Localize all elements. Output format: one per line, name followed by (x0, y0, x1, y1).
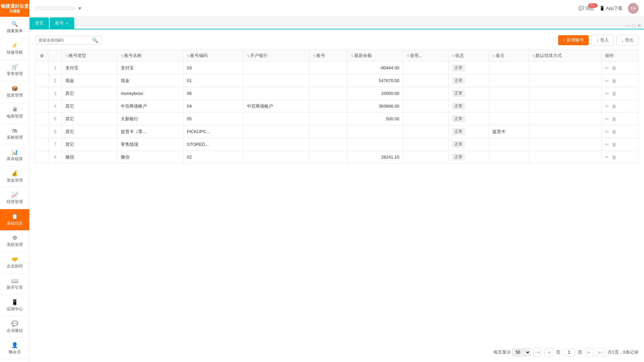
sidebar-item-inventory[interactable]: 📊 库存核算 (0, 145, 29, 166)
row-actions: ✏ 🗑 (602, 100, 639, 113)
sidebar-item-member[interactable]: 👤 畅会员 (0, 338, 29, 359)
row-usage (403, 100, 448, 113)
table-row: 6 其它 提货卡（零... PICKUPC... 正常 提货卡 ✏ 🗑 (35, 125, 639, 138)
window-close-button[interactable]: ✕ (637, 22, 641, 29)
edit-icon[interactable]: ✏ (605, 104, 609, 109)
sidebar-item-finance[interactable]: 💰 资金管理 (0, 166, 29, 188)
user-avatar[interactable]: Ea (628, 3, 639, 14)
row-name: 微信 (117, 151, 183, 164)
tab-close-icon[interactable]: ✕ (66, 21, 69, 25)
next-page-button[interactable]: ▶ (585, 348, 594, 357)
window-maximize-button[interactable]: □ (632, 23, 636, 29)
message-badge: 99+ (588, 3, 597, 8)
sidebar-item-label: 基础信息 (7, 221, 23, 226)
sidebar-item-purchase[interactable]: 🛍 采购管理 (0, 124, 29, 145)
sidebar-item-quick[interactable]: ⚡ 快捷导航 (0, 38, 29, 60)
row-type: 支付宝 (62, 62, 117, 74)
col-type[interactable]: ⇅账号类型 (62, 50, 117, 62)
first-page-button[interactable]: |◀ (533, 348, 542, 357)
row-balance: 383866.00 (347, 100, 403, 113)
col-name[interactable]: ⇅账号名称 (117, 50, 183, 62)
edit-icon[interactable]: ✏ (605, 129, 609, 134)
add-account-button[interactable]: + 新增账号 (558, 35, 589, 45)
edit-icon[interactable]: ✏ (605, 78, 609, 83)
row-balance: 500.00 (347, 113, 403, 125)
delete-icon[interactable]: 🗑 (612, 78, 616, 83)
sidebar-item-search[interactable]: 🔍 搜索菜单 (0, 17, 29, 38)
avatar-icon: Ea (631, 6, 636, 11)
row-actions: ✏ 🗑 (602, 87, 639, 100)
col-usage[interactable]: ⇅使用... (403, 50, 448, 62)
row-default-settle (529, 138, 602, 151)
sidebar-item-retail[interactable]: 🛒 零售管理 (0, 60, 29, 81)
sidebar-item-label: 快捷导航 (7, 50, 23, 55)
tab-home[interactable]: 首页 (30, 17, 49, 29)
row-status: 正常 (448, 138, 489, 151)
row-balance: 547670.00 (347, 74, 403, 87)
sidebar-item-cooperation[interactable]: 🤝 企业协同 (0, 252, 29, 274)
search-box[interactable]: 🔍 (35, 36, 102, 45)
sidebar-item-system[interactable]: ⚙ 系统管理 (0, 231, 29, 252)
row-actions: ✏ 🗑 (602, 74, 639, 87)
row-type: 现金 (62, 74, 117, 87)
row-default-settle (529, 74, 602, 87)
sidebar-item-operations[interactable]: 📈 经营管理 (0, 188, 29, 209)
col-remark[interactable]: ⇅备注 (489, 50, 529, 62)
sidebar-item-guide[interactable]: 📖 新手引导 (0, 274, 29, 295)
topbar-right: 💬 消息 99+ 📱 App下载 Ea (579, 3, 639, 14)
col-settings[interactable]: ⚙ (35, 50, 49, 62)
edit-icon[interactable]: ✏ (605, 65, 609, 71)
col-bank[interactable]: ⇅开户银行 (243, 50, 309, 62)
delete-icon[interactable]: 🗑 (612, 155, 616, 160)
delete-icon[interactable]: 🗑 (612, 129, 616, 134)
delete-icon[interactable]: 🗑 (612, 142, 616, 147)
row-num: 5 (49, 113, 62, 125)
col-account[interactable]: ⇅账号 (309, 50, 347, 62)
row-account (309, 87, 347, 100)
sidebar: 畅捷通好生意 乐惠版 🔍 搜索菜单 ⚡ 快捷导航 🛒 零售管理 📦 批发管理 🖥… (0, 0, 30, 362)
col-default-settle[interactable]: ⇅默认结算方式 (529, 50, 602, 62)
topbar-dropdown[interactable]: ▼ (78, 6, 82, 11)
edit-icon[interactable]: ✏ (605, 91, 609, 96)
app-download-button[interactable]: 📱 App下载 (599, 5, 623, 11)
delete-icon[interactable]: 🗑 (612, 116, 616, 122)
col-code[interactable]: ⇅账号编码 (183, 50, 243, 62)
delete-icon[interactable]: 🗑 (612, 104, 616, 109)
sidebar-item-wholesale[interactable]: 📦 批发管理 (0, 81, 29, 103)
delete-icon[interactable]: 🗑 (612, 65, 616, 71)
row-type: 其它 (62, 113, 117, 125)
page-input[interactable] (563, 349, 575, 356)
last-page-button[interactable]: ▶| (596, 348, 605, 357)
edit-icon[interactable]: ✏ (605, 116, 609, 122)
col-balance[interactable]: ⇅最新余额 (347, 50, 403, 62)
row-remark: 提货卡 (489, 125, 529, 138)
row-code: 05 (183, 113, 243, 125)
sidebar-item-ecommerce[interactable]: 🖥 电商管理 (0, 103, 29, 124)
prev-page-button[interactable]: ◀ (545, 348, 553, 357)
search-icon[interactable]: 🔍 (92, 38, 98, 43)
table-container: ⚙ ⇅账号类型 ⇅账号名称 ⇅账号编码 ⇅开户银行 ⇅账号 ⇅最新余额 ⇅使用.… (35, 50, 639, 343)
edit-icon[interactable]: ✏ (605, 155, 609, 160)
row-status: 正常 (448, 151, 489, 164)
edit-icon[interactable]: ✏ (605, 142, 609, 147)
row-usage (403, 113, 448, 125)
per-page-select[interactable]: 50 100 200 (512, 348, 531, 356)
tab-account[interactable]: 账号 ✕ (50, 17, 74, 29)
row-default-settle (529, 87, 602, 100)
toolbar-right: + 新增账号 ↑ 导入 ↓ 导出 (558, 35, 639, 46)
sidebar-item-basic[interactable]: 📋 基础信息 (0, 209, 29, 231)
window-minimize-button[interactable]: — (626, 23, 631, 29)
row-settings (35, 151, 49, 164)
col-status[interactable]: ⇅状态 (448, 50, 489, 62)
sidebar-item-label: 系统管理 (7, 242, 23, 248)
import-button[interactable]: ↑ 导入 (591, 35, 614, 46)
message-button[interactable]: 💬 消息 99+ (579, 5, 594, 11)
export-button[interactable]: ↓ 导出 (616, 35, 639, 46)
delete-icon[interactable]: 🗑 (612, 91, 616, 96)
search-input[interactable] (39, 38, 92, 43)
col-action: 操作 (602, 50, 639, 62)
sidebar-item-app-center[interactable]: 📱 应用中心 (0, 295, 29, 316)
row-remark (489, 87, 529, 100)
row-name: moneybosx (117, 87, 183, 100)
sidebar-item-wechat[interactable]: 💬 企业微信 (0, 316, 29, 338)
